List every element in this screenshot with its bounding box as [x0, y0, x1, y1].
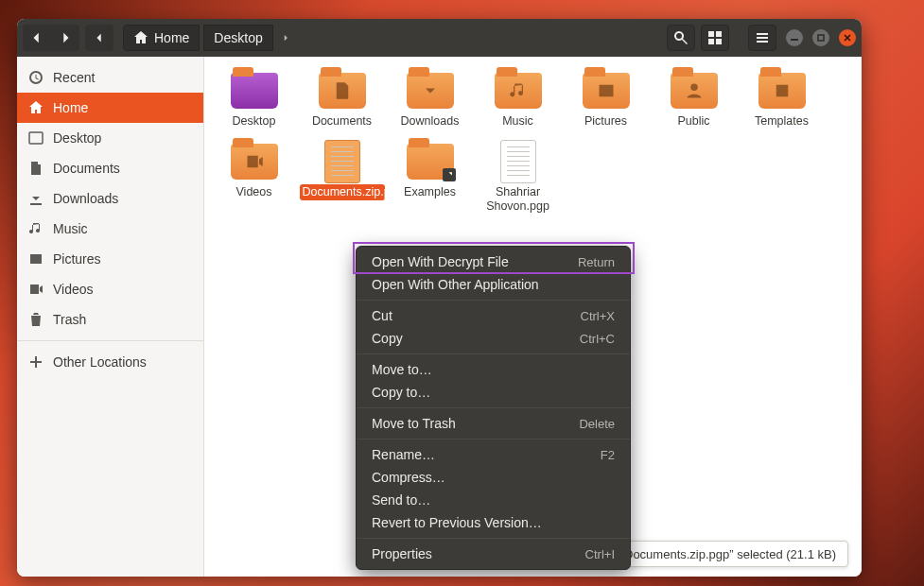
- sidebar-item-music[interactable]: Music: [17, 214, 203, 244]
- music-icon: [28, 221, 44, 236]
- nav-group: [23, 25, 79, 51]
- window-close-button[interactable]: [839, 29, 856, 46]
- maximize-icon: [817, 34, 825, 42]
- sidebar-item-label: Home: [53, 100, 88, 115]
- search-icon: [673, 30, 689, 45]
- status-bar: “Documents.zip.pgp” selected (21.1 kB): [608, 541, 848, 567]
- sidebar-separator: [17, 340, 203, 341]
- sidebar-item-pictures[interactable]: Pictures: [17, 244, 203, 274]
- folder-icon: [495, 73, 542, 109]
- plus-icon: [28, 354, 44, 370]
- folder-pictures[interactable]: Pictures: [562, 70, 650, 129]
- menu-cut[interactable]: Cut Ctrl+X: [357, 304, 630, 327]
- file-label: Documents: [309, 113, 375, 129]
- folder-public[interactable]: Public: [650, 70, 738, 129]
- breadcrumb-home-label: Home: [154, 30, 189, 45]
- view-toggle-button[interactable]: [701, 25, 729, 51]
- folder-icon: [671, 73, 718, 109]
- home-icon: [133, 30, 148, 45]
- folder-videos[interactable]: Videos: [210, 141, 298, 215]
- folder-icon: [319, 73, 366, 109]
- menu-move-to[interactable]: Move to…: [357, 358, 630, 381]
- file-label: Pictures: [582, 113, 630, 129]
- menu-move-to-trash[interactable]: Move to Trash Delete: [357, 412, 630, 435]
- folder-documents[interactable]: Documents: [298, 70, 386, 129]
- menu-label: Open With Decrypt File: [372, 254, 509, 269]
- menu-open-with-other[interactable]: Open With Other Application: [357, 273, 630, 296]
- sidebar-item-label: Documents: [53, 161, 120, 176]
- menu-label: Copy: [372, 331, 403, 346]
- hamburger-menu-button[interactable]: [748, 25, 776, 51]
- minimize-icon: [791, 34, 798, 42]
- folder-desktop[interactable]: Desktop: [210, 70, 298, 129]
- home-icon: [28, 100, 44, 115]
- menu-accel: F2: [601, 448, 615, 462]
- caret-right-icon: [281, 33, 290, 43]
- file-label: Music: [499, 113, 536, 129]
- menu-label: Rename…: [372, 447, 435, 462]
- nav-forward-button[interactable]: [51, 25, 79, 51]
- menu-separator: [357, 300, 630, 301]
- menu-send-to[interactable]: Send to…: [357, 489, 630, 511]
- menu-label: Revert to Previous Version…: [372, 515, 542, 530]
- sidebar-item-documents[interactable]: Documents: [17, 153, 203, 183]
- folder-examples[interactable]: Examples: [386, 141, 474, 215]
- sidebar-item-videos[interactable]: Videos: [17, 274, 203, 304]
- breadcrumb-child-arrow[interactable]: [277, 33, 294, 43]
- sidebar-item-trash[interactable]: Trash: [17, 304, 203, 335]
- sidebar-item-recent[interactable]: Recent: [17, 62, 203, 93]
- menu-properties[interactable]: Properties Ctrl+I: [357, 543, 630, 565]
- sidebar-item-label: Videos: [53, 282, 94, 297]
- folder-downloads[interactable]: Downloads: [386, 70, 474, 129]
- breadcrumb-current[interactable]: Desktop: [203, 25, 272, 51]
- pathbar-root-button[interactable]: [85, 25, 113, 51]
- folder-icon: [231, 73, 278, 109]
- file-label: Shahriar Shovon.pgp: [476, 184, 561, 215]
- file-grid: Desktop Documents Downloads Music Pictur…: [210, 70, 856, 226]
- folder-music[interactable]: Music: [474, 70, 562, 129]
- folder-templates[interactable]: Templates: [738, 70, 826, 129]
- menu-separator: [357, 407, 630, 408]
- sidebar-item-label: Downloads: [53, 191, 118, 206]
- breadcrumb-home[interactable]: Home: [123, 25, 200, 51]
- menu-label: Properties: [372, 546, 432, 561]
- window-maximize-button[interactable]: [812, 29, 829, 46]
- menu-accel: Ctrl+C: [580, 332, 615, 346]
- menu-open-with-decrypt[interactable]: Open With Decrypt File Return: [357, 250, 630, 273]
- menu-copy-to[interactable]: Copy to…: [357, 381, 630, 404]
- file-shahriar-shovon-pgp[interactable]: Shahriar Shovon.pgp: [474, 141, 562, 215]
- hamburger-icon: [755, 30, 770, 45]
- svg-point-3: [690, 84, 698, 92]
- menu-label: Copy to…: [372, 385, 430, 400]
- folder-icon: [583, 73, 630, 109]
- documents-icon: [28, 161, 44, 176]
- sidebar-item-label: Music: [53, 221, 88, 236]
- caret-left-icon: [93, 31, 106, 44]
- menu-label: Open With Other Application: [372, 277, 539, 292]
- menu-label: Send to…: [372, 492, 430, 508]
- menu-label: Compress…: [372, 470, 445, 485]
- search-button[interactable]: [667, 25, 695, 51]
- menu-revert[interactable]: Revert to Previous Version…: [357, 511, 630, 534]
- menu-label: Cut: [372, 308, 392, 323]
- window-minimize-button[interactable]: [786, 29, 803, 46]
- file-label: Videos: [234, 184, 275, 200]
- menu-label: Move to Trash: [372, 416, 456, 431]
- nav-back-button[interactable]: [23, 25, 51, 51]
- menu-accel: Delete: [579, 417, 615, 431]
- chevron-left-icon: [30, 31, 44, 44]
- svg-rect-2: [29, 132, 43, 144]
- sidebar-item-other-locations[interactable]: Other Locations: [17, 347, 203, 377]
- file-label: Desktop: [230, 113, 279, 129]
- menu-copy[interactable]: Copy Ctrl+C: [357, 327, 630, 350]
- file-documents-zip-pgp[interactable]: Documents.zip.pgp: [298, 141, 386, 215]
- sidebar-item-label: Desktop: [53, 130, 101, 146]
- grid-view-icon: [707, 30, 723, 45]
- sidebar: Recent Home Desktop Documents Downloads …: [17, 57, 204, 577]
- sidebar-item-home[interactable]: Home: [17, 93, 203, 123]
- sidebar-item-downloads[interactable]: Downloads: [17, 183, 203, 214]
- header-bar: Home Desktop: [17, 19, 862, 57]
- menu-compress[interactable]: Compress…: [357, 466, 630, 489]
- menu-rename[interactable]: Rename… F2: [357, 443, 630, 466]
- sidebar-item-desktop[interactable]: Desktop: [17, 123, 203, 153]
